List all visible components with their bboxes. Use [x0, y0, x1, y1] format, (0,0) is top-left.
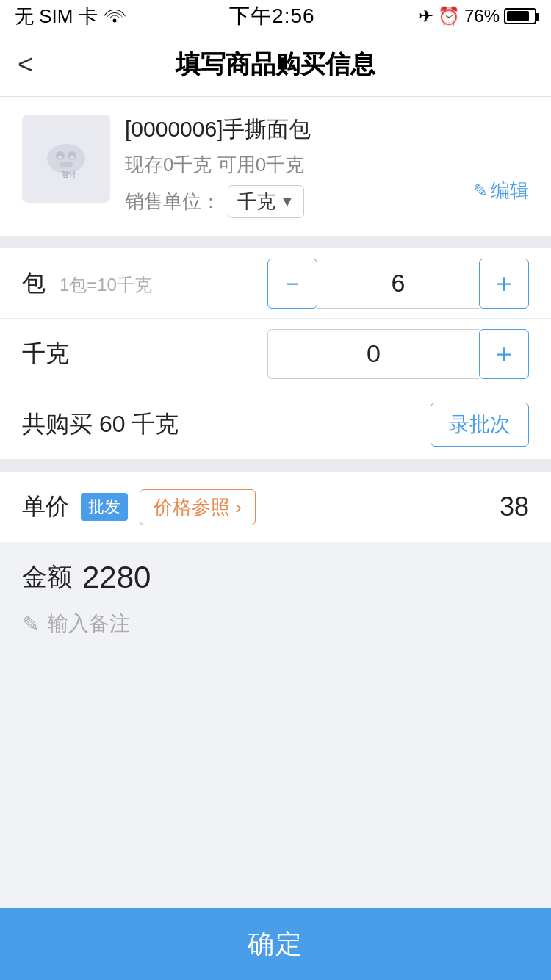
- pencil-icon: ✎: [22, 612, 39, 636]
- nav-bar: < 填写商品购买信息: [0, 32, 551, 97]
- edit-icon: ✎: [473, 181, 488, 201]
- edit-button[interactable]: ✎ 编辑: [473, 178, 529, 203]
- svg-point-4: [58, 156, 62, 159]
- input-section: 包 1包=10千克 － ＋ 千克 ＋: [0, 248, 551, 389]
- section-separator-2: [0, 460, 551, 472]
- unit-select[interactable]: 千克 ▼: [228, 185, 304, 218]
- status-time: 下午2:56: [229, 2, 315, 30]
- batch-button[interactable]: 录批次: [431, 403, 529, 447]
- kg-increment-button[interactable]: ＋: [479, 329, 529, 379]
- kg-label: 千克: [22, 338, 267, 370]
- battery-icon: [504, 8, 536, 24]
- product-info: [0000006]手撕面包 现存0千克 可用0千克 销售单位： 千克 ▼: [125, 115, 529, 218]
- product-name: [0000006]手撕面包: [125, 115, 529, 145]
- bag-label: 包 1包=10千克: [22, 267, 267, 300]
- svg-point-1: [47, 144, 85, 173]
- bag-decrement-button[interactable]: －: [267, 259, 317, 309]
- chevron-down-icon: ▼: [280, 193, 295, 210]
- price-section: 单价 批发 价格参照 › 38: [0, 472, 551, 542]
- bag-hint: 1包=10千克: [60, 275, 152, 295]
- unit-label: 销售单位：: [125, 189, 220, 215]
- price-value: 38: [500, 491, 529, 522]
- price-reference-button[interactable]: 价格参照 ›: [140, 489, 256, 525]
- remark-placeholder: 输入备注: [48, 610, 130, 638]
- kg-qty-control: ＋: [267, 329, 529, 379]
- product-card: 智计 [0000006]手撕面包 现存0千克 可用0千克 销售单位： 千克 ▼: [0, 97, 551, 237]
- product-thumbnail: 智计: [22, 115, 110, 203]
- amount-value: 2280: [82, 560, 151, 595]
- product-stock: 现存0千克 可用0千克: [125, 152, 529, 178]
- product-unit-row: 销售单位： 千克 ▼: [125, 185, 529, 218]
- empty-space: [0, 649, 551, 870]
- price-label: 单价: [22, 491, 69, 523]
- amount-section: 金额 2280 ✎ 输入备注: [0, 542, 551, 649]
- bag-quantity-input[interactable]: [317, 259, 479, 309]
- bag-qty-control: － ＋: [267, 259, 529, 309]
- remark-row[interactable]: ✎ 输入备注: [22, 610, 529, 638]
- status-carrier: 无 SIM 卡: [15, 4, 126, 29]
- status-right: ✈ ⏰ 76%: [419, 6, 536, 26]
- product-logo-icon: 智计: [44, 137, 88, 181]
- status-bar: 无 SIM 卡 下午2:56 ✈ ⏰ 76%: [0, 0, 551, 32]
- svg-point-6: [59, 162, 73, 167]
- back-button[interactable]: <: [18, 49, 33, 80]
- total-row: 共购买 60 千克 录批次: [0, 389, 551, 460]
- svg-point-0: [112, 18, 116, 22]
- section-separator-1: [0, 237, 551, 248]
- confirm-button[interactable]: 确定: [0, 908, 551, 980]
- price-tag: 批发: [81, 493, 128, 521]
- amount-label: 金额: [22, 561, 72, 594]
- amount-row: 金额 2280: [22, 560, 529, 595]
- svg-text:智计: 智计: [61, 170, 77, 179]
- svg-point-5: [70, 156, 74, 159]
- price-row: 单价 批发 价格参照 › 38: [0, 472, 551, 542]
- kg-input-row: 千克 ＋: [0, 319, 551, 389]
- bag-input-row: 包 1包=10千克 － ＋: [0, 248, 551, 319]
- kg-quantity-input[interactable]: [267, 329, 479, 379]
- total-label: 共购买 60 千克: [22, 408, 179, 441]
- page-title: 填写商品购买信息: [176, 48, 375, 82]
- bag-increment-button[interactable]: ＋: [479, 259, 529, 309]
